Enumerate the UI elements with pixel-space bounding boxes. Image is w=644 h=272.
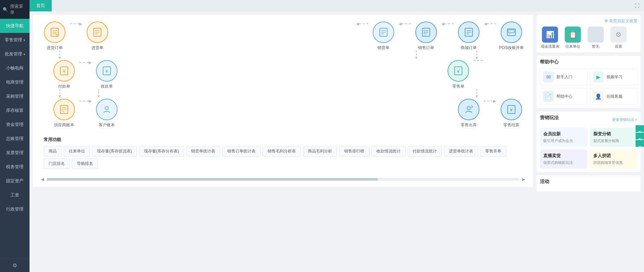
flow-node-payment[interactable]: ¥ 付款单 bbox=[49, 60, 79, 89]
marketing-more[interactable]: 更多营销玩法 > bbox=[612, 117, 637, 122]
mkt-item-3[interactable]: 多人拼团拼团购物享受优惠 bbox=[590, 149, 637, 169]
settings-label[interactable]: ⚙ 首页自定义设置 bbox=[604, 18, 637, 24]
func-btn-11[interactable]: 进货单统计表 bbox=[444, 146, 478, 156]
float-btn-community[interactable]: 服务社区 bbox=[636, 133, 644, 139]
flow-node-purchase[interactable]: 进货单 bbox=[82, 21, 112, 51]
sidebar-nav-item-5[interactable]: 采购管理 bbox=[0, 89, 30, 103]
flow-circle-retail-out bbox=[458, 99, 479, 120]
flow-node-retail-out[interactable]: 零售出库 bbox=[454, 99, 484, 128]
qa-icon-1: 📋 bbox=[565, 27, 581, 43]
scroll-track[interactable] bbox=[47, 178, 519, 181]
func-grid: 商品往来单位现存量(库存状况表)现存量(库存分布表)销货单统计表销售订单统计表销… bbox=[44, 146, 522, 169]
flow-node-receipt[interactable]: ¥ 收款单 bbox=[92, 60, 122, 89]
func-btn-5[interactable]: 销售订单统计表 bbox=[222, 146, 261, 156]
scroll-left[interactable]: ◀ bbox=[40, 176, 45, 182]
mkt-item-2[interactable]: 直播卖货场景式购物新玩法 bbox=[540, 149, 587, 169]
flow-label-retail: 零售单 bbox=[452, 84, 464, 89]
help-item-0[interactable]: ✉新手入门 bbox=[540, 69, 587, 85]
mkt-desc-0: 吸引用户成为会员 bbox=[543, 138, 584, 143]
main-area: 首页 ⛶ 进货订单 bbox=[30, 0, 644, 272]
help-item-2[interactable]: 📄帮助中心 bbox=[540, 88, 587, 105]
svg-text:¥: ¥ bbox=[510, 107, 513, 112]
help-center: 帮助中心 ✉新手入门▶视频学习📄帮助中心👤在线客服 bbox=[537, 56, 641, 108]
help-icon-0: ✉ bbox=[543, 72, 554, 82]
help-label-3: 在线客服 bbox=[606, 94, 623, 99]
func-btn-12[interactable]: 零售开单 bbox=[480, 146, 506, 156]
qa-item-0[interactable]: 📊现金流量表 bbox=[540, 27, 560, 49]
help-center-title: 帮助中心 bbox=[540, 59, 637, 65]
scroll-thumb bbox=[47, 178, 378, 181]
mkt-desc-2: 场景式购物新玩法 bbox=[543, 160, 584, 165]
qa-item-1[interactable]: 📋往来单位 bbox=[563, 27, 583, 49]
qa-item-2[interactable]: 暂无 bbox=[586, 27, 606, 49]
tab-bar-right: ⛶ bbox=[633, 0, 644, 11]
sidebar-nav-item-9[interactable]: 发票管理 bbox=[0, 146, 30, 160]
flow-circle-retail: ¥ bbox=[448, 60, 469, 82]
sidebar-nav-item-7[interactable]: 资金管理 bbox=[0, 118, 30, 132]
flow-label-sales-order: 销售订单 bbox=[418, 45, 434, 51]
sidebar-nav-item-12[interactable]: 工资 bbox=[0, 188, 30, 202]
float-btn-hotline[interactable]: 客服热线 bbox=[636, 125, 644, 132]
help-item-3[interactable]: 👤在线客服 bbox=[590, 88, 637, 105]
flow-label-retail-settle: 零售结算 bbox=[503, 122, 519, 128]
sidebar-nav-item-4[interactable]: 电商管理 bbox=[0, 75, 30, 89]
sidebar-nav-item-8[interactable]: 总账管理 bbox=[0, 132, 30, 146]
svg-point-34 bbox=[467, 106, 470, 110]
help-item-1[interactable]: ▶视频学习 bbox=[590, 69, 637, 85]
flow-node-pos[interactable]: POS收银开单 bbox=[496, 21, 526, 51]
flow-circle-supplier-book bbox=[53, 99, 75, 120]
left-panel: 进货订单 ▶ 进货单 bbox=[30, 11, 537, 272]
mkt-title-0: 会员拉新 bbox=[543, 131, 584, 137]
func-btn-0[interactable]: 商品 bbox=[44, 146, 62, 156]
settings-icon[interactable]: ⚙ bbox=[12, 262, 17, 269]
fullscreen-button[interactable]: ⛶ bbox=[633, 2, 641, 10]
func-btn-2[interactable]: 现存量(库存状况表) bbox=[92, 146, 137, 156]
func-btn-4[interactable]: 销货单统计表 bbox=[186, 146, 220, 156]
func-btn-14[interactable]: 导购排名 bbox=[72, 158, 98, 169]
func-btn-6[interactable]: 销售毛利分析表 bbox=[263, 146, 301, 156]
func-btn-3[interactable]: 现存量(库存分布表) bbox=[139, 146, 184, 156]
mkt-title-2: 直播卖货 bbox=[543, 153, 584, 159]
qa-item-3[interactable]: ⚙设置 bbox=[608, 27, 629, 49]
mkt-item-0[interactable]: 会员拉新吸引用户成为会员 bbox=[540, 128, 587, 147]
mkt-title-3: 多人拼团 bbox=[593, 153, 634, 159]
flow-node-customer-book[interactable]: 客户账本 bbox=[92, 99, 122, 128]
common-functions-title: 常用功能 bbox=[44, 137, 522, 143]
mkt-item-1[interactable]: 裂变分销裂式发展分销商 bbox=[590, 128, 637, 147]
svg-point-33 bbox=[105, 106, 108, 110]
func-btn-13[interactable]: 门店排名 bbox=[44, 158, 70, 169]
flow-circle-payment: ¥ bbox=[53, 60, 75, 82]
help-label-0: 新手入门 bbox=[556, 74, 572, 80]
flow-node-sales[interactable]: 销货单 bbox=[368, 21, 399, 51]
svg-text:¥: ¥ bbox=[457, 69, 460, 74]
flow-label-customer-book: 客户账本 bbox=[99, 122, 115, 128]
func-btn-7[interactable]: 商品毛利分析 bbox=[303, 146, 337, 156]
sidebar-nav-item-6[interactable]: 库存核算 bbox=[0, 103, 30, 118]
sidebar-nav-item-10[interactable]: 税务管理 bbox=[0, 160, 30, 174]
scroll-right[interactable]: ▶ bbox=[521, 176, 526, 182]
flow-node-retail[interactable]: ¥ 零售单 bbox=[443, 60, 473, 89]
sidebar-nav-item-11[interactable]: 固定资产 bbox=[0, 174, 30, 188]
mkt-title-1: 裂变分销 bbox=[593, 131, 634, 137]
func-btn-10[interactable]: 付款情况统计 bbox=[408, 146, 442, 156]
flow-node-supplier-book[interactable]: 供应商账本 bbox=[49, 99, 79, 128]
func-btn-1[interactable]: 往来单位 bbox=[64, 146, 90, 156]
flow-circle-pos bbox=[501, 21, 522, 43]
sidebar-nav-item-13[interactable]: 行政管理 bbox=[0, 202, 30, 216]
sidebar-nav-item-3[interactable]: 小畅电商 bbox=[0, 61, 30, 75]
mkt-desc-1: 裂式发展分销商 bbox=[593, 138, 634, 143]
tab-home[interactable]: 首页 bbox=[30, 0, 52, 11]
sidebar: 🔍 搜索菜单 快捷导航零售管理▾批发管理▾小畅电商电商管理采购管理库存核算资金管… bbox=[0, 0, 30, 272]
flow-node-retail-settle[interactable]: ¥ 零售结算 bbox=[496, 99, 526, 128]
sidebar-nav-item-2[interactable]: 批发管理▾ bbox=[0, 47, 30, 61]
flow-node-mall-order[interactable]: 商城订单 bbox=[454, 21, 484, 51]
func-btn-8[interactable]: 销售排行榜 bbox=[339, 146, 369, 156]
flow-node-purchase-order[interactable]: 进货订单 bbox=[40, 21, 70, 51]
float-btn-shortcut[interactable]: 桌面快捷 bbox=[636, 140, 644, 147]
sidebar-nav-item-0[interactable]: 快捷导航 bbox=[0, 19, 30, 33]
sidebar-nav-item-1[interactable]: 零售管理▾ bbox=[0, 33, 30, 47]
flow-node-sales-order[interactable]: 销售订单 bbox=[411, 21, 441, 51]
func-btn-9[interactable]: 收款情况统计 bbox=[371, 146, 406, 156]
sidebar-search[interactable]: 🔍 搜索菜单 bbox=[0, 0, 30, 19]
help-label-2: 帮助中心 bbox=[556, 94, 572, 99]
